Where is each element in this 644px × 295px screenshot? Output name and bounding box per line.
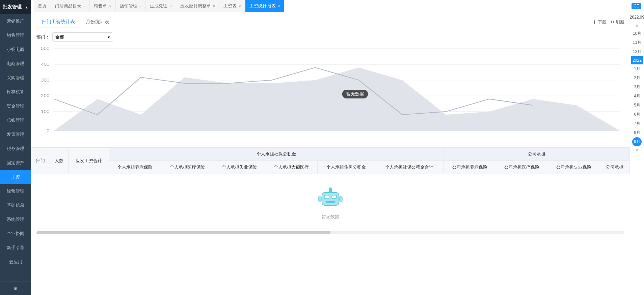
- col-personal-pension: 个人承担养老保险: [109, 161, 161, 174]
- sidebar-item-营销推广[interactable]: 营销推广: [0, 14, 31, 28]
- sidebar-header[interactable]: 批发管理 ▲: [0, 0, 31, 14]
- col-company-medical: 公司承担医疗保险: [496, 161, 548, 174]
- tab-label: 应收应付调整单: [180, 3, 211, 9]
- svg-text:400: 400: [41, 62, 50, 67]
- col-dept: 部门: [31, 148, 50, 174]
- tab-close-icon[interactable]: ×: [169, 4, 171, 8]
- panel-down-arrow[interactable]: ▼: [634, 146, 641, 154]
- sidebar-item-企业协同[interactable]: 企业协同: [0, 227, 31, 241]
- tab-close-icon[interactable]: ×: [139, 4, 141, 8]
- sidebar-item-基础信息[interactable]: 基础信息: [0, 198, 31, 212]
- svg-rect-20: [340, 196, 342, 202]
- sidebar-item-固定资产[interactable]: 固定资产: [0, 156, 31, 170]
- download-button[interactable]: ⬇ 下载: [593, 19, 607, 25]
- tab-close-icon[interactable]: ×: [109, 4, 111, 8]
- tab-销售单[interactable]: 销售单×: [90, 0, 115, 12]
- tab-生成凭证[interactable]: 生成凭证×: [146, 0, 176, 12]
- month-item-3月[interactable]: 3月: [631, 83, 643, 92]
- tab-门店商品目录[interactable]: 门店商品目录×: [51, 0, 90, 12]
- refresh-icon: ↻: [611, 20, 614, 25]
- col-company-pension: 公司承担养老保险: [444, 161, 496, 174]
- sidebar-item-采购管理[interactable]: 采购管理: [0, 71, 31, 85]
- month-item-9月[interactable]: 9月: [632, 137, 642, 146]
- right-panel-year-label[interactable]: 2022.09: [630, 13, 644, 21]
- col-headcount: 人数: [50, 148, 68, 174]
- month-item-11月[interactable]: 11月: [631, 38, 643, 47]
- tab-label: 店铺管理: [120, 3, 137, 9]
- sidebar-arrow-icon: ▲: [25, 5, 28, 9]
- month-item-2月[interactable]: 2月: [631, 73, 643, 83]
- svg-rect-13: [322, 193, 339, 205]
- tab-close-icon[interactable]: ×: [213, 4, 215, 8]
- tab-应收应付调整单[interactable]: 应收应付调整单×: [176, 0, 219, 12]
- svg-point-21: [325, 196, 327, 197]
- no-data-row: 暂无数据: [31, 174, 630, 230]
- tab-close-icon[interactable]: ×: [278, 4, 280, 8]
- tab-店铺管理[interactable]: 店铺管理×: [116, 0, 146, 12]
- month-item-2022[interactable]: 2022: [631, 56, 643, 64]
- tab-close-icon[interactable]: ×: [239, 4, 241, 8]
- chevron-down-icon: ▾: [108, 35, 110, 40]
- table-area[interactable]: 部门 人数 应发工资合计 个人承担社保公积金 公司承担 个人承担养老保险 个人承…: [31, 147, 630, 295]
- right-panel: 2022.09 ▲ 10月11月12月20221月2月3月4月5月6月7月8月9…: [630, 12, 644, 295]
- svg-point-22: [332, 196, 334, 197]
- scrollbar-thumb[interactable]: [36, 231, 330, 234]
- data-table: 部门 人数 应发工资合计 个人承担社保公积金 公司承担 个人承担养老保险 个人承…: [31, 147, 630, 230]
- sidebar-title: 批发管理: [3, 4, 22, 10]
- sidebar-item-小畅电商[interactable]: 小畅电商: [0, 42, 31, 57]
- sidebar-item-系统管理[interactable]: 系统管理: [0, 212, 31, 227]
- month-item-10月[interactable]: 10月: [631, 29, 643, 38]
- svg-text:100: 100: [41, 109, 50, 114]
- svg-rect-16: [326, 201, 335, 203]
- no-data-container: 暂无数据: [31, 174, 630, 230]
- sidebar-item-工资[interactable]: 工资: [0, 170, 31, 184]
- download-icon: ⬇: [593, 20, 596, 25]
- tab-工资统计报表[interactable]: 工资统计报表×: [245, 0, 284, 12]
- sidebar-item-税务管理[interactable]: 税务管理: [0, 142, 31, 156]
- dept-select[interactable]: 全部 ▾: [52, 32, 113, 42]
- sidebar-item-云应用[interactable]: 云应用: [0, 255, 31, 269]
- tab-label: 工资表: [223, 3, 237, 9]
- chart-tooltip-text: 暂无数据: [346, 91, 364, 96]
- tab-bar-actions: CE: [630, 3, 644, 9]
- dept-select-value: 全部: [55, 34, 64, 40]
- month-item-5月[interactable]: 5月: [631, 101, 643, 110]
- sidebar-item-发票管理[interactable]: 发票管理: [0, 127, 31, 142]
- month-item-1月[interactable]: 1月: [631, 64, 643, 73]
- download-label: 下载: [598, 19, 607, 25]
- month-item-6月[interactable]: 6月: [631, 110, 643, 119]
- tab-close-icon[interactable]: ×: [83, 4, 85, 8]
- sub-tab-月份统计表[interactable]: 月份统计表: [80, 16, 115, 28]
- month-item-12月[interactable]: 12月: [631, 47, 643, 56]
- sidebar-item-电商管理[interactable]: 电商管理: [0, 57, 31, 71]
- panel-up-arrow[interactable]: ▲: [634, 21, 641, 29]
- chart-svg: 500 400 300 200 100 0: [36, 46, 624, 140]
- sidebar-item-新手引导[interactable]: 新手引导: [0, 241, 31, 255]
- sidebar-item-销售管理[interactable]: 销售管理: [0, 28, 31, 42]
- tab-工资表[interactable]: 工资表×: [219, 0, 245, 12]
- chart-area: 500 400 300 200 100 0: [31, 46, 630, 147]
- sidebar-item-经营管理[interactable]: 经营管理: [0, 184, 31, 198]
- refresh-button[interactable]: ↻ 刷新: [611, 19, 624, 25]
- tab-首页[interactable]: 首页: [34, 0, 51, 12]
- sidebar-footer-settings[interactable]: ⚙: [0, 282, 31, 295]
- col-personal-medical: 个人承担医疗保险: [161, 161, 213, 174]
- month-item-7月[interactable]: 7月: [631, 119, 643, 128]
- col-total-salary: 应发工资合计: [68, 148, 109, 174]
- main-area: 首页门店商品目录×销售单×店铺管理×生成凭证×应收应付调整单×工资表×工资统计报…: [31, 0, 644, 295]
- sidebar-item-库存核算[interactable]: 库存核算: [0, 85, 31, 99]
- no-data-text: 暂无数据: [322, 214, 339, 220]
- col-group-personal: 个人承担社保公积金: [109, 148, 444, 161]
- month-item-4月[interactable]: 4月: [631, 92, 643, 101]
- svg-text:200: 200: [41, 93, 50, 98]
- month-item-8月[interactable]: 8月: [631, 128, 643, 137]
- sub-tab-部门工资统计表[interactable]: 部门工资统计表: [36, 16, 80, 28]
- sidebar-item-资金管理[interactable]: 资金管理: [0, 99, 31, 113]
- content-area: 部门工资统计表月份统计表 ⬇ 下载 ↻ 刷新 部门： 全部 ▾: [31, 12, 644, 295]
- horizontal-scrollbar[interactable]: [36, 231, 624, 234]
- settings-icon: ⚙: [14, 286, 18, 291]
- ce-badge: CE: [632, 3, 641, 9]
- tab-label: 销售单: [94, 3, 107, 9]
- sidebar-item-总账管理[interactable]: 总账管理: [0, 113, 31, 127]
- page-content: 部门工资统计表月份统计表 ⬇ 下载 ↻ 刷新 部门： 全部 ▾: [31, 12, 630, 295]
